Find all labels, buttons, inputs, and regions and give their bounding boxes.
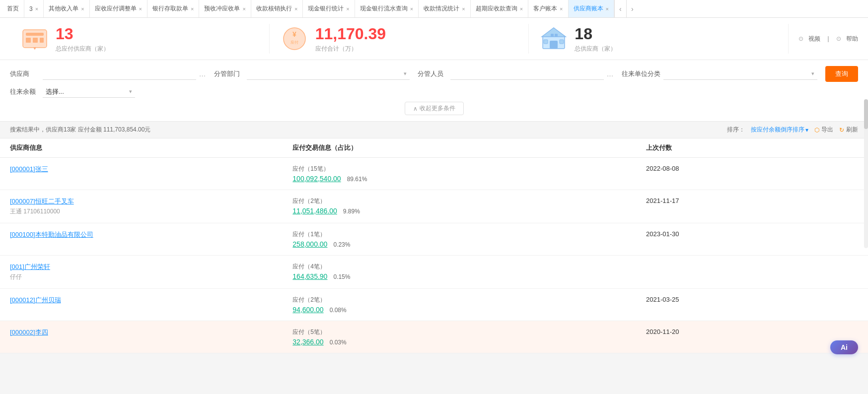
category-filter-label: 往来单位分类 xyxy=(622,69,660,78)
trans-percent-1: 9.89% xyxy=(343,208,360,215)
payable-suppliers-label: 总应付供应商（家） xyxy=(56,45,109,53)
supplier-name-link-2[interactable]: [000100]本特勤油品有限公司 xyxy=(10,230,292,239)
trans-amount-0[interactable]: 100,092,540.00 xyxy=(292,175,341,183)
stat-payable-total: ¥ 应付 11,170.39 应付合计（万） xyxy=(270,24,529,54)
close-tab-supplier-account[interactable]: × xyxy=(606,6,609,12)
trans-amount-2[interactable]: 258,000.00 xyxy=(292,240,327,248)
scrollbar-thumb[interactable] xyxy=(864,99,868,129)
export-button[interactable]: ⬡ 导出 xyxy=(814,126,833,134)
nav-arrow-left[interactable]: ‹ xyxy=(614,0,626,18)
supplier-contact-1: 王通 17106110000 xyxy=(10,207,292,216)
supplier-col-4: [000012]广州贝瑞 xyxy=(10,296,292,305)
lastpay-date-2: 2023-01-30 xyxy=(646,230,679,238)
supplier-filter-label: 供应商 xyxy=(10,69,40,78)
trans-amount-5[interactable]: 32,366.00 xyxy=(292,338,323,346)
close-tab-other-income[interactable]: × xyxy=(81,6,84,12)
close-tab-ar-adjust[interactable]: × xyxy=(139,6,142,12)
nav-tab-prepay[interactable]: 预收冲应收单× xyxy=(199,0,251,18)
nav-tab-collect-stat[interactable]: 收款情况统计× xyxy=(419,0,470,18)
dept-input[interactable] xyxy=(250,70,404,77)
transaction-col-2: 应付（1笔）258,000.000.23% xyxy=(292,230,646,248)
circle-icon2: ⊙ xyxy=(836,35,841,42)
filter-row-2: 往来余额 ▾ xyxy=(10,86,858,98)
sort-select[interactable]: 按应付余额倒序排序 ▾ xyxy=(751,126,808,134)
balance-input[interactable] xyxy=(46,88,129,95)
svg-text:应付: 应付 xyxy=(290,40,298,45)
supplier-name-link-4[interactable]: [000012]广州贝瑞 xyxy=(10,296,292,305)
top-navigation: 首页3×其他收入单×应收应付调整单×银行存取款单×预收冲应收单×收款核销执行×现… xyxy=(0,0,868,18)
close-tab-cash-bank-flow[interactable]: × xyxy=(410,6,413,12)
table-row: [000100]本特勤油品有限公司应付（1笔）258,000.000.23%20… xyxy=(0,223,868,256)
supplier-input[interactable] xyxy=(43,68,196,80)
close-tab-tab3[interactable]: × xyxy=(35,6,38,12)
table-row: [000002]李四应付（5笔）32,366.000.03%2020-11-20 xyxy=(0,321,868,353)
table-header: 供应商信息 应付交易信息（占比） 上次付数 xyxy=(0,138,868,158)
help-link[interactable]: 帮助 xyxy=(846,35,858,43)
nav-tab-overdue-query[interactable]: 超期应收款查询× xyxy=(471,0,528,18)
nav-tab-bank-deposit[interactable]: 银行存取款单× xyxy=(147,0,199,18)
close-tab-collect-stat[interactable]: × xyxy=(462,6,465,12)
nav-tab-tab3[interactable]: 3× xyxy=(24,0,44,18)
lastpay-col-2: 2023-01-30 xyxy=(646,230,858,238)
ai-button[interactable]: Ai xyxy=(830,340,858,353)
dept-dropdown-icon: ▾ xyxy=(404,70,407,77)
trans-amount-1[interactable]: 11,051,486.00 xyxy=(292,207,337,215)
person-filter: 分管人员 … xyxy=(418,68,614,80)
lastpay-date-5: 2020-11-20 xyxy=(646,328,679,335)
nav-tab-cash-bank-flow[interactable]: 现金银行流水查询× xyxy=(355,0,419,18)
category-select[interactable]: ▾ xyxy=(663,68,818,80)
nav-tab-ar-adjust[interactable]: 应收应付调整单× xyxy=(90,0,147,18)
payable-total-number: 11,170.39 xyxy=(315,24,386,43)
refresh-button[interactable]: ↻ 刷新 xyxy=(839,126,858,134)
supplier-col-1: [000007]恒旺二手叉车王通 17106110000 xyxy=(10,197,292,216)
supplier-name-link-3[interactable]: [001]广州荣轩 xyxy=(10,263,292,271)
lastpay-col-0: 2022-08-08 xyxy=(646,165,858,172)
close-tab-prepay[interactable]: × xyxy=(242,6,245,12)
video-link[interactable]: 视频 xyxy=(808,35,820,43)
nav-tab-customer-account[interactable]: 客户账本× xyxy=(528,0,568,18)
stats-bar: ¥ 13 总应付供应商（家） ¥ 应付 11,170.39 应付合计（万） xyxy=(0,18,868,60)
payable-total-label: 应付合计（万） xyxy=(315,45,386,53)
close-tab-overdue-query[interactable]: × xyxy=(520,6,523,12)
svg-text:¥: ¥ xyxy=(292,30,296,38)
supplier-col-5: [000002]李四 xyxy=(10,328,292,337)
svg-rect-13 xyxy=(555,34,558,37)
trans-percent-3: 0.15% xyxy=(333,273,350,280)
balance-select[interactable]: ▾ xyxy=(43,86,135,98)
person-input[interactable] xyxy=(450,68,604,80)
close-tab-collect-verify[interactable]: × xyxy=(294,6,297,12)
trans-amount-4[interactable]: 94,600.00 xyxy=(292,306,323,314)
supplier-name-link-1[interactable]: [000007]恒旺二手叉车 xyxy=(10,197,292,206)
supplier-col-2: [000100]本特勤油品有限公司 xyxy=(10,230,292,239)
trans-amount-3[interactable]: 164,635.90 xyxy=(292,272,327,280)
collapse-label: 收起更多条件 xyxy=(420,104,455,113)
close-tab-customer-account[interactable]: × xyxy=(560,6,563,12)
supplier-name-link-0[interactable]: [000001]张三 xyxy=(10,165,292,174)
nav-arrow-right[interactable]: › xyxy=(626,0,638,18)
category-input[interactable] xyxy=(666,70,812,77)
transaction-col-1: 应付（2笔）11,051,486.009.89% xyxy=(292,197,646,215)
nav-tab-collect-verify[interactable]: 收款核销执行× xyxy=(251,0,303,18)
dept-select[interactable]: ▾ xyxy=(247,68,410,80)
close-tab-bank-deposit[interactable]: × xyxy=(191,6,194,12)
ai-label: Ai xyxy=(841,343,848,351)
person-ellipsis-icon[interactable]: … xyxy=(607,70,614,78)
query-button[interactable]: 查询 xyxy=(825,66,858,82)
collapse-button[interactable]: ∧ 收起更多条件 xyxy=(405,102,464,115)
nav-tab-other-income[interactable]: 其他收入单× xyxy=(44,0,89,18)
stat-total-suppliers: 18 总供应商（家） xyxy=(529,24,789,54)
table-body: [000001]张三应付（15笔）100,092,540.0089.61%202… xyxy=(0,158,868,353)
table-row: [000012]广州贝瑞应付（2笔）94,600.000.08%2021-03-… xyxy=(0,289,868,321)
refresh-icon: ↻ xyxy=(839,127,844,133)
close-tab-cash-bank-stat[interactable]: × xyxy=(346,6,349,12)
lastpay-col-4: 2021-03-25 xyxy=(646,296,858,303)
header-lastpay: 上次付数 xyxy=(646,143,858,152)
collapse-section: ∧ 收起更多条件 xyxy=(10,102,858,115)
header-supplier: 供应商信息 xyxy=(10,143,292,152)
scrollbar-track[interactable] xyxy=(864,99,868,248)
nav-tab-home[interactable]: 首页 xyxy=(2,0,24,18)
supplier-ellipsis-icon[interactable]: … xyxy=(199,70,206,78)
supplier-name-link-5[interactable]: [000002]李四 xyxy=(10,328,292,337)
nav-tab-supplier-account[interactable]: 供应商账本× xyxy=(569,0,614,18)
nav-tab-cash-bank-stat[interactable]: 现金银行统计× xyxy=(303,0,355,18)
